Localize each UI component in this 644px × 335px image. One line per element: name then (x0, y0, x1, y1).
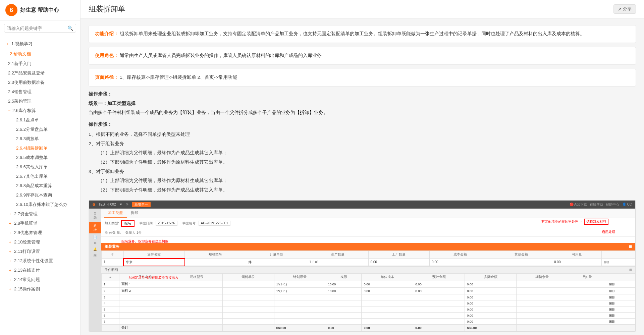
sim-type-value[interactable]: 组装 (121, 220, 135, 227)
scenario1-title: 场景一：加工类型选择 (89, 101, 636, 107)
sidebar-item-stockcheck[interactable]: 2.6.9库存账本查询 (16, 190, 80, 200)
sidebar-item-assemble[interactable]: 2.6.4组装拆卸单 (16, 144, 80, 153)
annotation-switch: 组装业务、拆卸业务在这里切换 (121, 239, 168, 244)
page-title: 组装拆卸单 (89, 4, 125, 14)
sidebar-item-video[interactable]: ＋ 1.视频学习 (0, 39, 80, 49)
sim-table-footer: 合计 $$0.00 0.00 0.00 0.00 $$0.00 (102, 324, 635, 331)
annotation-config: 有装配清单的在这里处理 → 选择对应材料 (541, 219, 608, 225)
sim-sub-label: 子件明细 (105, 268, 118, 272)
role-block: 使用角色： 通常由生产人员或库管人员完成拆装业务的操作，库管人员确认原材料的出库… (89, 47, 636, 65)
role-label: 使用角色： (95, 53, 118, 58)
step-1: 1、根据不同的业务，选择不同单据的类型来处理 (89, 130, 636, 139)
sidebar-item-costrecalc[interactable]: 2.6.8商品成本重算 (16, 181, 80, 190)
path-block: 页面路径： 1、库存核算->库存管理->组装拆卸单 2、首页->常用功能 (89, 69, 636, 87)
sidebar-item-inventory[interactable]: − 2.6库存核算 (8, 106, 80, 115)
plus-icon-faq: ＋ (8, 277, 12, 283)
sim-date-label: 单据日期: (139, 221, 154, 226)
sidebar-item-error[interactable]: 2.6.10库存账本错了怎么办 (16, 200, 80, 209)
sidebar-item-stocktake[interactable]: 2.6.1盘点单 (16, 115, 80, 125)
plus-icon-print: ＋ (8, 249, 12, 255)
annotation-direct-input: 无固定清单可以在组装单直接录入 (128, 275, 178, 280)
plus-icon-personalize: ＋ (8, 258, 12, 264)
sim-num-label: 数量人 1件 (125, 230, 142, 235)
search-input[interactable] (7, 26, 67, 31)
top-bar: 组装拆卸单 ↗ 分享 (80, 0, 644, 18)
sidebar-item-faq[interactable]: ＋ 2.14常见问题 (8, 275, 80, 284)
plus-icon: ＋ (5, 41, 9, 47)
step-2-2: （2）下部明细为子件明细，最终作为原材料生成其它出库单。 (89, 158, 636, 167)
sidebar-item-install[interactable]: 2.2产品安装及登录 (8, 68, 80, 78)
role-text: 通常由生产人员或库管人员完成拆装业务的操作，库管人员确认原材料的出库和产成品的入… (120, 53, 322, 58)
sidebar-item-beginner[interactable]: 2.1新手入门 (8, 59, 80, 68)
sidebar-item-print[interactable]: ＋ 2.11打印设置 (8, 247, 80, 256)
ops-title: 操作步骤： (89, 91, 636, 97)
sidebar-item-otherin[interactable]: 2.6.6其他入库单 (16, 162, 80, 172)
sim-nav-icon-2: 📄 (89, 234, 101, 240)
table-row: 2 面料 2 1*(1+1) 10.00 0.00 0.00 0.00 (102, 287, 635, 294)
sim-icons-right: 🔴 App下载 在线帮助 帮助中心 👤 CC (570, 202, 632, 207)
search-box[interactable]: 🔍 (4, 24, 76, 33)
plus-icon-mobile: ＋ (8, 221, 12, 226)
sim-tab-new[interactable]: 加工类型 (104, 209, 127, 218)
sim-app-id: TEST-H002 (98, 203, 116, 206)
minus-icon-inventory: − (8, 108, 10, 113)
step-2-1: （1）上部明细为父件明细，最终作为产成品生成其它入库单； (89, 149, 636, 157)
sim-expand-icon[interactable]: ⊞ (629, 244, 632, 249)
sidebar-item-personalize[interactable]: ＋ 2.12系统个性化设置 (8, 256, 80, 266)
table-row: 1 面料 1 1*(1+1) 10.00 0.00 0.00 0.00 (102, 281, 635, 287)
sim-nav-icon-1: 自助 (89, 210, 101, 221)
sidebar-item-cases[interactable]: ＋ 2.15操作案例 (8, 284, 80, 294)
sim-no-value: AD-20191226-001 (199, 221, 231, 226)
minus-icon: − (5, 52, 8, 56)
sim-expand-icon2[interactable]: ⊞ (629, 268, 632, 272)
sidebar-item-distribute[interactable]: 2.6.2分量盘点单 (16, 125, 80, 134)
screenshot-container: 6 TEST-H002 ▼ ⟳ 新增单一 🔴 App下载 在线帮助 帮助中心 👤… (89, 200, 636, 332)
nav-tree: ＋ 1.视频学习 − 2.帮助文档 2.1新手入门 2.2产品安装及登录 2.3… (0, 36, 80, 335)
content-area: 功能介绍： 组装拆卸单用来处理企业组装或拆卸等加工业务，支持有固定装配清单的产品… (80, 18, 644, 335)
path-label: 页面路径： (95, 75, 118, 80)
sidebar-item-costadj[interactable]: 2.6.5成本调整单 (16, 153, 80, 162)
sim-factory-label: 单 位数 量: (105, 230, 121, 235)
sim-nav-icon-active[interactable]: 新增 (89, 222, 101, 233)
sidebar-item-otherout[interactable]: 2.6.7其他出库单 (16, 172, 80, 181)
sidebar-item-purchase[interactable]: 2.5采购管理 (8, 97, 80, 106)
step-3: 3、对于拆卸业务 (89, 167, 636, 176)
sidebar-item-docs[interactable]: − 2.帮助文档 (0, 49, 80, 59)
sidebar-item-sales[interactable]: 2.4销售管理 (8, 87, 80, 97)
share-button[interactable]: ↗ 分享 (613, 4, 636, 14)
sim-confirm-btn[interactable]: 选择对应材料 (584, 219, 608, 225)
sidebar-item-mobile[interactable]: ＋ 2.8手机旺辅 (8, 219, 80, 228)
sidebar-item-onlinepay[interactable]: ＋ 2.13在线支付 (8, 266, 80, 275)
sim-date-value[interactable]: 2019-12-26 (156, 221, 177, 226)
sidebar-item-finance[interactable]: ＋ 2.7资金管理 (8, 209, 80, 219)
sidebar-item-transfer[interactable]: 2.6.3调拨单 (16, 134, 80, 144)
main-content: 组装拆卸单 ↗ 分享 功能介绍： 组装拆卸单用来处理企业组装或拆卸等加工业务，支… (80, 0, 644, 335)
sim-new-btn[interactable]: 新增单一 (132, 202, 151, 207)
sim-orange-bar: 组装业务 ⊞ (101, 243, 635, 250)
sim-orange-label: 组装业务 (105, 244, 119, 249)
sidebar-item-ops[interactable]: ＋ 2.10经营管理 (8, 237, 80, 247)
path-text: 1、库存核算->库存管理->组装拆卸单 2、首页->常用功能 (120, 75, 237, 80)
table-row: 70.00⊞⊟ (102, 318, 635, 324)
step-2: 2、对于组装业务 (89, 139, 636, 148)
logo-area: 6 好生意 帮助中心 (0, 0, 80, 20)
sim-no-label: 单据编号: (182, 221, 197, 226)
nav-sub-inventory: 2.6.1盘点单 2.6.2分量盘点单 2.6.3调拨单 2.6.4组装拆卸单 … (8, 115, 80, 209)
sim-type-label: 加工类型: (105, 221, 119, 226)
sim-bottom-table-header: # 子件名称 规格型号 领料单位 计划用量 实际 单位成本 预计金额 实际金额 (102, 273, 635, 281)
search-icon[interactable]: 🔍 (67, 25, 73, 31)
plus-icon-finance: ＋ (8, 211, 12, 217)
sidebar: 6 好生意 帮助中心 🔍 ＋ 1.视频学习 − 2.帮助文档 2.1新手入门 2… (0, 0, 80, 335)
sim-bottom-table: # 子件名称 规格型号 领料单位 计划用量 实际 单位成本 预计金额 实际金额 (101, 273, 635, 331)
sim-nav-icon-5: 间 (89, 252, 101, 259)
sim-nav-icon-4: 🔔 (89, 246, 101, 252)
sim-nav-icon-3: ⚙ (89, 240, 101, 246)
sidebar-item-data[interactable]: 2.3使用前数据准备 (8, 78, 80, 87)
sim-top-table: # 父件名称 规格型号 计量单位 生产数量 工厂数量 成本金额 其他金额 可用量 (101, 250, 635, 266)
sidebar-item-coupon[interactable]: ＋ 2.9优惠券管理 (8, 228, 80, 237)
sim-tab-list[interactable]: 拆卸 (127, 209, 142, 218)
logo-icon: 6 (5, 4, 17, 16)
screenshot-wrapper: 6 TEST-H002 ▼ ⟳ 新增单一 🔴 App下载 在线帮助 帮助中心 👤… (89, 200, 636, 332)
table-row: 50.00⊞⊟ (102, 306, 635, 312)
step-3-1: （1）上部明细为父件明细，最终作为原材料生成其它出库单； (89, 176, 636, 185)
